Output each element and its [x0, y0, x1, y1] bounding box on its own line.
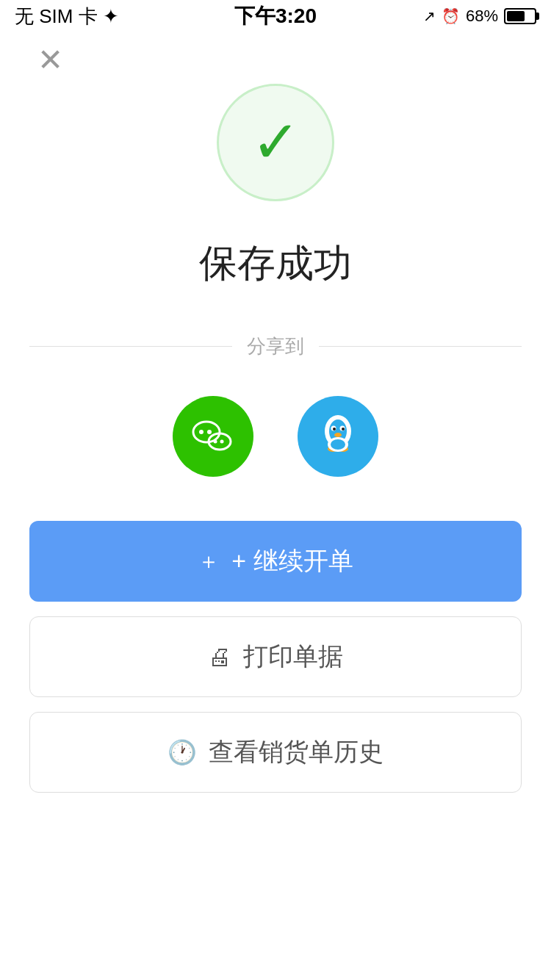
- svg-point-5: [220, 440, 224, 444]
- main-content: ✓ 保存成功 分享到: [0, 32, 551, 980]
- svg-point-11: [342, 428, 345, 430]
- close-button[interactable]: ✕: [29, 40, 71, 81]
- location-icon: ↗: [423, 7, 436, 25]
- qq-share-button[interactable]: [298, 396, 378, 477]
- history-label: 查看销货单历史: [209, 735, 383, 769]
- print-label: 打印单据: [243, 640, 343, 674]
- wechat-icon: [190, 417, 236, 455]
- history-button[interactable]: 🕐 查看销货单历史: [29, 712, 522, 793]
- share-icons: [29, 396, 522, 477]
- svg-point-0: [193, 422, 220, 442]
- continue-button[interactable]: ＋ + 继续开单: [29, 521, 522, 602]
- battery-percent: 68%: [466, 7, 498, 26]
- battery-icon: [504, 8, 536, 24]
- print-button[interactable]: 🖨 打印单据: [29, 616, 522, 697]
- share-divider: 分享到: [29, 334, 522, 359]
- svg-point-1: [199, 430, 204, 434]
- svg-point-10: [333, 428, 336, 430]
- svg-point-4: [214, 440, 217, 444]
- buttons-section: ＋ + 继续开单 🖨 打印单据 🕐 查看销货单历史: [0, 521, 551, 793]
- svg-point-16: [331, 439, 345, 450]
- divider-line-right: [319, 346, 522, 347]
- divider-line-left: [29, 346, 232, 347]
- clock-icon: 🕐: [168, 738, 197, 766]
- wechat-share-button[interactable]: [173, 396, 253, 477]
- plus-icon: ＋: [198, 547, 220, 577]
- success-circle: ✓: [217, 84, 334, 201]
- share-label: 分享到: [247, 334, 304, 359]
- continue-label: + 继续开单: [231, 544, 353, 578]
- status-time: 下午3:20: [234, 2, 317, 30]
- sim-label: 无 SIM 卡 ✦: [15, 4, 119, 29]
- qq-icon: [315, 411, 361, 462]
- alarm-icon: ⏰: [442, 7, 460, 25]
- status-bar: 无 SIM 卡 ✦ 下午3:20 ↗ ⏰ 68%: [0, 0, 551, 32]
- svg-point-2: [207, 430, 212, 434]
- success-title: 保存成功: [199, 238, 352, 289]
- check-icon: ✓: [251, 113, 300, 172]
- close-icon: ✕: [37, 45, 63, 76]
- status-right: ↗ ⏰ 68%: [423, 7, 536, 26]
- printer-icon: 🖨: [208, 644, 231, 671]
- status-left: 无 SIM 卡 ✦: [15, 4, 119, 29]
- svg-point-12: [334, 433, 342, 437]
- share-section: 分享到: [0, 334, 551, 477]
